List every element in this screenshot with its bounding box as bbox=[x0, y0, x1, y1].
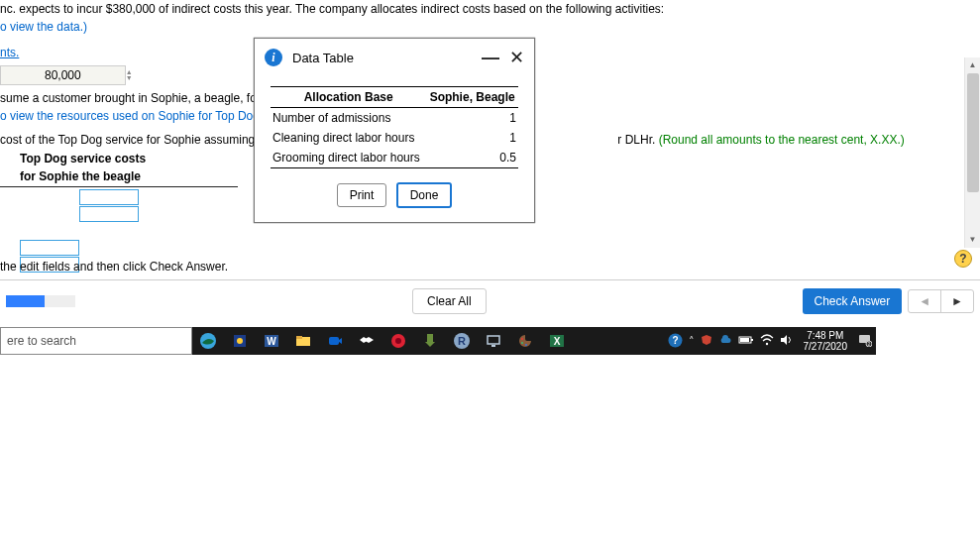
nav-buttons[interactable]: ◄ ► bbox=[908, 289, 974, 313]
tray-chevron-up-icon[interactable]: ˄ bbox=[689, 335, 695, 348]
taskbar: ere to search W R X ? ˄ 7:48 PM bbox=[0, 327, 876, 355]
svg-point-21 bbox=[525, 344, 527, 346]
svg-point-20 bbox=[521, 342, 523, 344]
cost-input-2[interactable] bbox=[79, 206, 139, 222]
tray-help-icon[interactable]: ? bbox=[668, 333, 683, 350]
tray-cloud-icon[interactable] bbox=[718, 334, 732, 348]
help-icon[interactable]: ? bbox=[954, 250, 972, 268]
data-table-modal: i Data Table — ✕ Allocation Base Sophie,… bbox=[254, 38, 535, 223]
svg-marker-30 bbox=[781, 335, 787, 345]
minimize-icon[interactable]: — bbox=[482, 53, 499, 62]
tray-volume-icon[interactable] bbox=[780, 334, 794, 348]
print-button[interactable]: Print bbox=[337, 183, 387, 207]
monitor-icon[interactable] bbox=[478, 327, 509, 355]
svg-point-29 bbox=[765, 343, 767, 345]
table-row: Grooming direct labor hours 0.5 bbox=[271, 148, 518, 168]
check-instruction: the edit fields and then click Check Ans… bbox=[0, 256, 980, 277]
progress-bar bbox=[6, 295, 75, 307]
dropbox-icon[interactable] bbox=[351, 327, 382, 355]
svg-text:X: X bbox=[554, 336, 561, 347]
tray-notifications-icon[interactable]: 2 bbox=[857, 333, 872, 349]
svg-point-2 bbox=[237, 338, 243, 344]
svg-marker-14 bbox=[425, 342, 435, 347]
col-sophie: Sophie, Beagle bbox=[426, 87, 518, 108]
svg-rect-7 bbox=[329, 337, 339, 345]
svg-text:R: R bbox=[458, 335, 466, 347]
done-button[interactable]: Done bbox=[396, 182, 453, 208]
svg-rect-27 bbox=[751, 339, 753, 341]
tray-wifi-icon[interactable] bbox=[760, 334, 774, 348]
scroll-thumb[interactable] bbox=[967, 73, 979, 192]
tray-security-icon[interactable] bbox=[701, 334, 712, 348]
svg-text:2: 2 bbox=[868, 341, 871, 347]
scroll-down-arrow[interactable]: ▼ bbox=[965, 232, 980, 248]
r-icon[interactable]: R bbox=[446, 327, 478, 355]
svg-marker-8 bbox=[339, 338, 342, 344]
excel-icon[interactable]: X bbox=[541, 327, 573, 355]
spinner-1[interactable]: ▲▼ bbox=[126, 69, 133, 81]
paint-icon[interactable] bbox=[224, 327, 256, 355]
svg-rect-17 bbox=[488, 336, 499, 344]
modal-title: Data Table bbox=[292, 51, 472, 65]
nav-next[interactable]: ► bbox=[941, 290, 973, 312]
palette-icon[interactable] bbox=[509, 327, 541, 355]
cost-input-3[interactable] bbox=[20, 240, 79, 256]
cost-input-1[interactable] bbox=[79, 189, 139, 205]
value-80000[interactable]: 80,000 bbox=[0, 65, 126, 85]
red-app-icon[interactable] bbox=[382, 327, 414, 355]
svg-marker-10 bbox=[364, 337, 374, 343]
camera-icon[interactable] bbox=[319, 327, 351, 355]
table-row: Cleaning direct labor hours 1 bbox=[271, 128, 518, 148]
taskbar-search[interactable]: ere to search bbox=[0, 327, 192, 355]
word-icon[interactable]: W bbox=[256, 327, 287, 355]
svg-rect-13 bbox=[427, 334, 433, 342]
svg-rect-18 bbox=[491, 345, 495, 347]
tray-battery-icon[interactable] bbox=[738, 335, 754, 347]
check-answer-button[interactable]: Check Answer bbox=[803, 288, 903, 314]
clear-all-button[interactable]: Clear All bbox=[412, 288, 487, 314]
download-icon[interactable] bbox=[414, 327, 446, 355]
svg-text:W: W bbox=[267, 336, 276, 347]
nav-prev[interactable]: ◄ bbox=[909, 290, 941, 312]
col-allocation-base: Allocation Base bbox=[271, 87, 426, 108]
round-hint: (Round all amounts to the nearest cent, … bbox=[659, 133, 905, 147]
svg-rect-6 bbox=[296, 336, 302, 339]
info-icon: i bbox=[265, 49, 282, 66]
data-table: Allocation Base Sophie, Beagle Number of… bbox=[271, 86, 518, 168]
svg-point-12 bbox=[395, 338, 401, 344]
table-row: Number of admissions 1 bbox=[271, 108, 518, 129]
scroll-up-arrow[interactable]: ▲ bbox=[965, 57, 980, 73]
close-icon[interactable]: ✕ bbox=[509, 47, 524, 68]
taskbar-clock[interactable]: 7:48 PM 7/27/2020 bbox=[800, 330, 852, 352]
svg-rect-28 bbox=[740, 338, 749, 342]
vertical-scrollbar[interactable]: ▲ ▼ bbox=[964, 57, 980, 248]
edge-icon[interactable] bbox=[192, 327, 224, 355]
problem-text-1: nc. expects to incur $380,000 of indirec… bbox=[0, 0, 980, 18]
file-explorer-icon[interactable] bbox=[287, 327, 319, 355]
view-data-link[interactable]: o view the data.) bbox=[0, 18, 980, 36]
svg-point-19 bbox=[521, 338, 523, 340]
svg-text:?: ? bbox=[672, 335, 678, 346]
